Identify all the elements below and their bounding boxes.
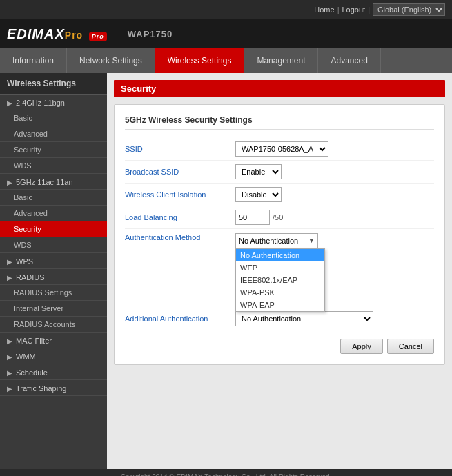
sidebar-item-basic-5g[interactable]: Basic: [0, 190, 107, 206]
sidebar-group-header-wps[interactable]: ▶ WPS: [0, 253, 107, 269]
sidebar-group-traffic-shaping: ▶ Traffic Shaping: [0, 380, 107, 396]
additional-auth-label: Additional Authentication: [125, 315, 235, 323]
ssid-control: WAP1750-05628A_A: [235, 141, 434, 157]
sidebar-item-internal-server[interactable]: Internal Server: [0, 301, 107, 317]
footer: Copyright 2014 © EDIMAX Technology Co., …: [0, 469, 452, 476]
auth-method-selected-value: No Authentication: [239, 237, 298, 245]
auth-option-wpa-psk[interactable]: WPA-PSK: [236, 286, 324, 299]
logout-link[interactable]: Logout: [342, 6, 365, 14]
client-isolation-label: Wireless Client Isolation: [125, 190, 235, 199]
sidebar-group-wps: ▶ WPS: [0, 253, 107, 269]
auth-method-arrow-icon: ▼: [308, 237, 315, 244]
sidebar-item-wds-5g[interactable]: WDS: [0, 237, 107, 253]
sidebar-group-header-schedule[interactable]: ▶ Schedule: [0, 364, 107, 380]
nav-management[interactable]: Management: [244, 48, 318, 73]
broadcast-ssid-control: Enable Disable: [235, 164, 434, 179]
sidebar-item-advanced-5g[interactable]: Advanced: [0, 206, 107, 221]
device-name: WAP1750: [128, 29, 173, 39]
sidebar-group-header-5ghz[interactable]: ▶ 5GHz 11ac 11an: [0, 174, 107, 190]
client-isolation-select[interactable]: Enable Disable: [235, 187, 282, 202]
logo-area: EDIMAXPro Pro WAP1750: [7, 26, 173, 42]
card-title: 5GHz Wireless Security Settings: [125, 115, 434, 130]
main-layout: Wireless Settings ▶ 2.4GHz 11bgn Basic A…: [0, 73, 452, 469]
sidebar-group-header-traffic-shaping[interactable]: ▶ Traffic Shaping: [0, 380, 107, 396]
broadcast-ssid-row: Broadcast SSID Enable Disable: [125, 161, 434, 184]
auth-option-wpa-eap[interactable]: WPA-EAP: [236, 299, 324, 311]
arrow-icon-radius: ▶: [7, 274, 12, 281]
sidebar-group-header-radius[interactable]: ▶ RADIUS: [0, 269, 107, 285]
sidebar-group-5ghz: ▶ 5GHz 11ac 11an Basic Advanced Security…: [0, 174, 107, 253]
sidebar-group-2ghz: ▶ 2.4GHz 11bgn Basic Advanced Security W…: [0, 95, 107, 174]
sep1: |: [337, 6, 340, 14]
sidebar-group-label-2ghz: 2.4GHz 11bgn: [16, 99, 65, 107]
auth-method-row: Authentication Method No Authentication …: [125, 229, 434, 252]
sidebar-group-label-wps: WPS: [16, 257, 33, 266]
footer-text: Copyright 2014 © EDIMAX Technology Co., …: [121, 473, 332, 477]
button-row: Apply Cancel: [125, 339, 434, 354]
sidebar-group-header-mac-filter[interactable]: ▶ MAC Filter: [0, 333, 107, 348]
arrow-icon-2ghz: ▶: [7, 99, 12, 107]
sidebar-item-radius-accounts[interactable]: RADIUS Accounts: [0, 317, 107, 333]
auth-method-select-display[interactable]: No Authentication ▼: [235, 233, 318, 248]
auth-method-dropdown: No Authentication WEP IEEE802.1x/EAP WPA…: [235, 248, 325, 312]
load-balancing-max: /50: [273, 213, 283, 221]
broadcast-ssid-label: Broadcast SSID: [125, 168, 235, 176]
arrow-icon-traffic-shaping: ▶: [7, 385, 12, 393]
auth-option-wep[interactable]: WEP: [236, 261, 324, 274]
sidebar-group-radius: ▶ RADIUS RADIUS Settings Internal Server…: [0, 269, 107, 333]
language-select[interactable]: Global (English): [373, 3, 445, 16]
sidebar-group-wmm: ▶ WMM: [0, 348, 107, 364]
sidebar-group-label-5ghz: 5GHz 11ac 11an: [16, 178, 73, 186]
auth-option-ieee8021x[interactable]: IEEE802.1x/EAP: [236, 274, 324, 286]
sidebar-item-radius-settings[interactable]: RADIUS Settings: [0, 285, 107, 301]
content-area: Security 5GHz Wireless Security Settings…: [107, 73, 452, 469]
sidebar-group-header-wmm[interactable]: ▶ WMM: [0, 348, 107, 364]
additional-auth-select[interactable]: No Authentication: [235, 311, 373, 326]
sep2: |: [368, 6, 370, 14]
auth-option-no-auth[interactable]: No Authentication: [236, 249, 324, 261]
ssid-row: SSID WAP1750-05628A_A: [125, 138, 434, 161]
sidebar-group-schedule: ▶ Schedule: [0, 364, 107, 380]
arrow-icon-mac-filter: ▶: [7, 337, 12, 345]
load-balancing-label: Load Balancing: [125, 213, 235, 221]
nav-bar: Information Network Settings Wireless Se…: [0, 48, 452, 73]
auth-method-label: Authentication Method: [125, 233, 235, 241]
client-isolation-row: Wireless Client Isolation Enable Disable: [125, 184, 434, 206]
sidebar-item-security-5g[interactable]: Security: [0, 221, 107, 237]
sidebar-item-wds-2g[interactable]: WDS: [0, 158, 107, 174]
nav-advanced[interactable]: Advanced: [318, 48, 380, 73]
load-balancing-input[interactable]: [235, 210, 270, 225]
top-bar: Home | Logout | Global (English): [0, 0, 452, 19]
ssid-label: SSID: [125, 145, 235, 153]
sidebar-item-basic-2g[interactable]: Basic: [0, 110, 107, 126]
sidebar-group-label-traffic-shaping: Traffic Shaping: [16, 384, 66, 393]
nav-network-settings[interactable]: Network Settings: [67, 48, 155, 73]
sidebar-group-label-schedule: Schedule: [16, 368, 48, 377]
load-balancing-control: /50: [235, 210, 434, 225]
settings-card: 5GHz Wireless Security Settings SSID WAP…: [114, 104, 445, 365]
logo-bar: EDIMAXPro Pro WAP1750: [0, 19, 452, 48]
home-link[interactable]: Home: [314, 6, 334, 14]
additional-auth-control: No Authentication: [235, 311, 434, 326]
ssid-select[interactable]: WAP1750-05628A_A: [235, 141, 328, 157]
sidebar-item-security-2g[interactable]: Security: [0, 142, 107, 158]
brand-logo: EDIMAXPro Pro: [7, 26, 107, 42]
apply-button[interactable]: Apply: [340, 339, 383, 354]
arrow-icon-wps: ▶: [7, 258, 12, 266]
sidebar-item-advanced-2g[interactable]: Advanced: [0, 126, 107, 142]
nav-information[interactable]: Information: [0, 48, 67, 73]
sidebar-title: Wireless Settings: [0, 73, 107, 95]
sidebar-group-label-mac-filter: MAC Filter: [16, 337, 52, 345]
broadcast-ssid-select[interactable]: Enable Disable: [235, 164, 282, 179]
load-balancing-row: Load Balancing /50: [125, 206, 434, 229]
pro-badge: Pro: [89, 32, 107, 41]
cancel-button[interactable]: Cancel: [387, 339, 434, 354]
arrow-icon-schedule: ▶: [7, 369, 12, 377]
sidebar-group-header-2ghz[interactable]: ▶ 2.4GHz 11bgn: [0, 95, 107, 110]
arrow-icon-5ghz: ▶: [7, 179, 12, 186]
arrow-icon-wmm: ▶: [7, 353, 12, 361]
client-isolation-control: Enable Disable: [235, 187, 434, 202]
auth-method-control: No Authentication ▼ No Authentication WE…: [235, 233, 434, 248]
nav-wireless-settings[interactable]: Wireless Settings: [155, 48, 245, 73]
sidebar-group-label-radius: RADIUS: [16, 273, 45, 281]
